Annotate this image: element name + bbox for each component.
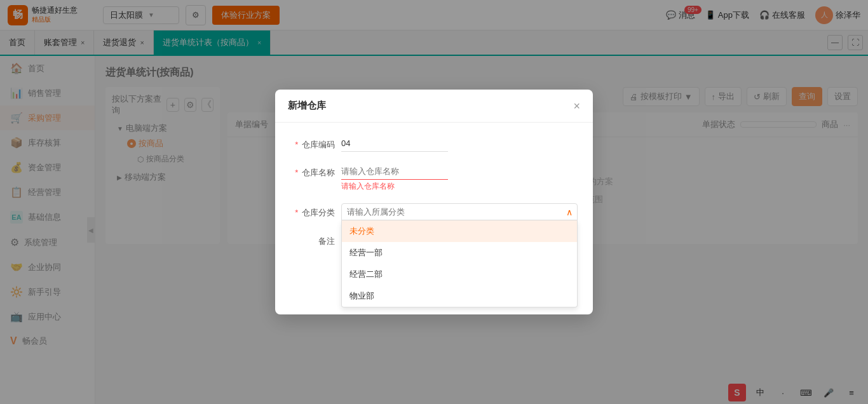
name-label: * 仓库名称	[290, 163, 341, 178]
category-dropdown: ∧ 未分类 经营一部 经营二部 物业部	[341, 203, 578, 220]
category-field-wrap: ∧ 未分类 经营一部 经营二部 物业部	[341, 203, 578, 220]
code-field-wrap	[341, 135, 578, 152]
code-form-row: * 仓库编码	[290, 135, 578, 152]
dropdown-option-unclassified[interactable]: 未分类	[342, 220, 577, 242]
modal-body: * 仓库编码 * 仓库名称 请输入仓库名称	[275, 123, 593, 273]
category-dropdown-list: 未分类 经营一部 经营二部 物业部	[341, 220, 578, 307]
code-required-mark: *	[295, 140, 298, 149]
modal-close-button[interactable]: ×	[573, 100, 580, 112]
name-field-wrap: 请输入仓库名称	[341, 163, 578, 192]
dropdown-option-property[interactable]: 物业部	[342, 285, 577, 307]
dropdown-chevron-up-icon[interactable]: ∧	[566, 207, 573, 217]
add-warehouse-modal: 新增仓库 × * 仓库编码 * 仓库名称	[275, 90, 593, 314]
name-error-msg: 请输入仓库名称	[341, 181, 578, 192]
modal-header: 新增仓库 ×	[275, 90, 593, 123]
modal-title: 新增仓库	[288, 100, 326, 112]
category-form-row: * 仓库分类 ∧ 未分类 经营一部 经营二部 物业部	[290, 203, 578, 220]
name-input[interactable]	[341, 163, 448, 180]
category-required-mark: *	[295, 208, 298, 217]
name-required-mark: *	[295, 168, 298, 177]
dropdown-option-ops1[interactable]: 经营一部	[342, 242, 577, 264]
code-label: * 仓库编码	[290, 135, 341, 151]
code-input[interactable]	[341, 135, 448, 152]
name-form-row: * 仓库名称 请输入仓库名称	[290, 163, 578, 192]
dropdown-option-ops2[interactable]: 经营二部	[342, 264, 577, 285]
category-label: * 仓库分类	[290, 203, 341, 219]
note-label: 备注	[290, 232, 341, 247]
modal-overlay: 新增仓库 × * 仓库编码 * 仓库名称	[0, 0, 868, 404]
category-input[interactable]	[341, 203, 578, 220]
